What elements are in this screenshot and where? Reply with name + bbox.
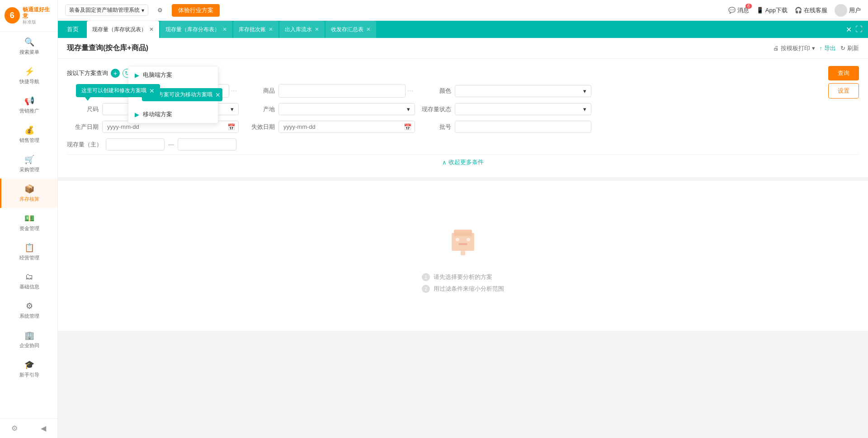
sidebar-label-enterprise: 企业协同: [19, 342, 39, 349]
online-service-area[interactable]: 🎧 在线客服: [795, 6, 827, 14]
tab-collect-summary[interactable]: 收发存汇总表 ✕: [326, 21, 376, 38]
empty-tip-1: 请先选择要分析的方案: [434, 271, 492, 283]
sidebar-item-quicknav[interactable]: ⚡ 快捷导航: [0, 61, 57, 90]
expiry-date-input[interactable]: [278, 121, 415, 133]
sidebar-item-operations[interactable]: 📋 经营管理: [0, 237, 57, 267]
field-stock-status: 现存量状态 ▾: [420, 103, 591, 115]
scheme-desktop-label: 电脑端方案: [143, 71, 172, 79]
tab-inventory-dist[interactable]: 现存量（库存分布表） ✕: [160, 21, 232, 38]
settings-button[interactable]: ⚙: [154, 4, 166, 17]
header-right: 💬 消息 6 📱 App下载 🎧 在线客服 用户: [728, 4, 861, 17]
production-date-label: 生产日期: [67, 123, 99, 131]
tab-label-inventory-status: 现存量（库存状况表）: [92, 26, 146, 33]
stock-status-select[interactable]: ▾: [455, 103, 591, 115]
field-origin: 产地 ▾: [243, 103, 415, 115]
user-area[interactable]: 用户: [835, 4, 861, 17]
warehouse-more-icon[interactable]: ···: [229, 87, 239, 95]
export-button[interactable]: ↑ 导出: [820, 44, 836, 52]
collapse-sidebar-btn[interactable]: ◀: [41, 424, 46, 433]
system-selector[interactable]: 装备及固定资产辅助管理系统 ▾: [65, 5, 148, 16]
settings-bottom-btn[interactable]: ⚙: [11, 424, 18, 433]
sidebar-label-inventory: 库存核算: [19, 196, 39, 203]
sidebar-item-inventory[interactable]: 📦 库存核算: [0, 179, 57, 208]
sidebar-item-marketing[interactable]: 📢 营销推广: [0, 90, 57, 120]
color-select[interactable]: ▾: [455, 85, 591, 97]
tab-close-all-btn[interactable]: ✕: [846, 25, 852, 34]
batch-no-input[interactable]: [455, 121, 591, 133]
reset-button[interactable]: 设置: [828, 83, 859, 99]
tab-inventory-status[interactable]: 现存量（库存状况表） ✕: [87, 21, 159, 38]
tab-label-collect-summary: 收发存汇总表: [331, 26, 363, 33]
sidebar-item-search[interactable]: 🔍 搜索菜单: [0, 32, 57, 61]
scheme-mobile-label: 移动端方案: [143, 110, 172, 118]
search-btn-area: 查询 设置: [828, 66, 859, 99]
expiry-date-label: 失效日期: [243, 123, 275, 131]
collapse-button[interactable]: ∧ 收起更多条件: [67, 154, 859, 170]
message-badge: 6: [745, 4, 752, 9]
sidebar-nav: 🔍 搜索菜单 ⚡ 快捷导航 📢 营销推广 💰 销售管理 🛒 采购管理 📦 库存核…: [0, 32, 57, 418]
tab-home[interactable]: 首页: [60, 21, 86, 38]
refresh-label: 刷新: [847, 44, 859, 52]
logo-line1: 畅通道好生意: [23, 6, 53, 19]
sidebar-label-quicknav: 快捷导航: [19, 78, 39, 85]
user-avatar: [835, 4, 847, 17]
app-download-label: App下载: [765, 6, 788, 14]
tab-close-in-out-flow[interactable]: ✕: [315, 26, 319, 33]
tab-close-inventory-dist[interactable]: ✕: [222, 26, 227, 33]
origin-select[interactable]: ▾: [278, 103, 415, 115]
tab-close-batch-ledger[interactable]: ✕: [269, 26, 273, 33]
filter-section: 按以下方案查询 + ↻ ← ▶ 电脑端方案 电脑方案可设为移动方案哦 ✕: [58, 59, 868, 177]
experience-button[interactable]: 体验行业方案: [172, 4, 220, 17]
sidebar-item-basic[interactable]: 🗂 基础信息: [0, 267, 57, 296]
refresh-button[interactable]: ↻ 刷新: [840, 44, 859, 52]
sidebar-item-finance[interactable]: 💵 资金管理: [0, 208, 57, 237]
search-icon: 🔍: [24, 37, 34, 47]
search-button[interactable]: 查询: [828, 66, 859, 80]
field-stock-qty: 现存量（主） —: [67, 138, 239, 151]
tooltip-create: 这里可以创建和修改方案哦 ✕: [76, 84, 160, 97]
sidebar-item-enterprise[interactable]: 🏢 企业协同: [0, 325, 57, 354]
tab-close-collect-summary[interactable]: ✕: [366, 26, 371, 33]
header-left: 装备及固定资产辅助管理系统 ▾ ⚙ 体验行业方案: [65, 4, 220, 17]
origin-label: 产地: [243, 105, 275, 113]
size-label: 尺码: [67, 105, 99, 113]
field-expiry-date: 失效日期 📅: [243, 121, 415, 133]
system-icon: ⚙: [26, 301, 33, 311]
tooltip-create-close[interactable]: ✕: [149, 87, 155, 94]
goods-more-icon[interactable]: ···: [406, 87, 415, 95]
message-area[interactable]: 💬 消息 6: [728, 6, 749, 14]
scheme-item-mobile[interactable]: ▶ 移动端方案: [128, 106, 218, 123]
marketing-icon: 📢: [24, 96, 34, 106]
tab-batch-ledger[interactable]: 库存批次账 ✕: [233, 21, 278, 38]
goods-input-area[interactable]: [278, 84, 406, 98]
sidebar-item-sales[interactable]: 💰 销售管理: [0, 120, 57, 149]
tab-in-out-flow[interactable]: 出入库流水 ✕: [279, 21, 325, 38]
purchase-icon: 🛒: [24, 155, 34, 165]
sidebar-item-system[interactable]: ⚙ 系统管理: [0, 296, 57, 325]
calendar-icon-expiry[interactable]: 📅: [404, 123, 411, 131]
sidebar-bottom: ⚙ ◀: [0, 418, 57, 438]
svg-rect-4: [458, 243, 467, 245]
scheme-item-desktop[interactable]: ▶ 电脑端方案: [128, 66, 218, 84]
tabs-bar: 首页 现存量（库存状况表） ✕ 现存量（库存分布表） ✕ 库存批次账 ✕ 出入库…: [58, 21, 868, 38]
tab-close-inventory-status[interactable]: ✕: [149, 26, 154, 33]
sidebar-label-operations: 经营管理: [19, 254, 39, 261]
tab-fullscreen-btn[interactable]: ⛶: [855, 25, 863, 33]
sidebar-label-marketing: 营销推广: [19, 108, 39, 114]
stock-qty-from[interactable]: [106, 138, 165, 151]
filter-add-button[interactable]: +: [111, 69, 120, 78]
guide-icon: 🎓: [24, 360, 34, 370]
expiry-date-wrap: 📅: [278, 121, 415, 133]
sidebar-item-purchase[interactable]: 🛒 采购管理: [0, 149, 57, 179]
template-print-button[interactable]: 🖨 按模板打印 ▾: [773, 44, 815, 52]
svg-point-3: [467, 238, 470, 241]
app-download-area[interactable]: 📱 App下载: [756, 6, 788, 14]
stock-qty-to[interactable]: [178, 138, 236, 151]
sidebar-item-guide[interactable]: 🎓 新手引导: [0, 354, 57, 384]
template-print-label: 按模板打印: [781, 44, 810, 52]
tooltip-scheme-close[interactable]: ✕: [215, 91, 221, 99]
batch-no-label: 批号: [420, 123, 451, 131]
inventory-icon: 📦: [24, 184, 34, 194]
calendar-icon-production[interactable]: 📅: [227, 123, 235, 131]
system-name: 装备及固定资产辅助管理系统: [69, 6, 140, 14]
